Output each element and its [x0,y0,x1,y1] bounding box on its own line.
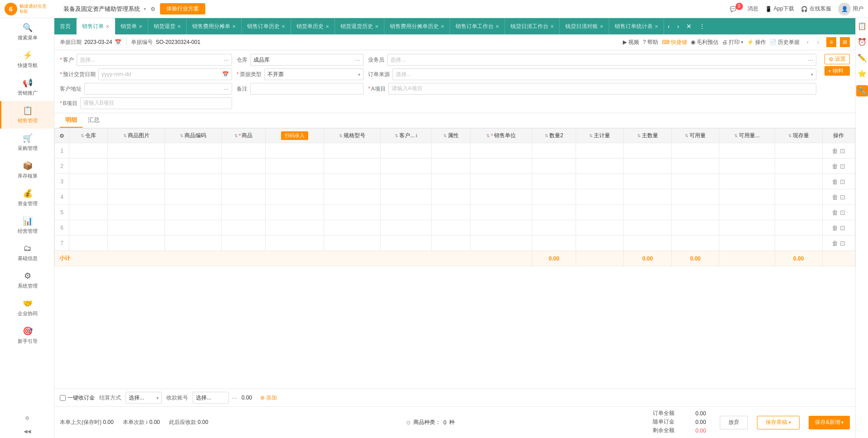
sidebar-settings-btn[interactable]: ⚙ [0,412,54,425]
tab-sales-stat[interactable]: 销售订单统计表 ✕ [609,18,664,34]
account-more-btn[interactable]: ··· [232,394,237,401]
grid-view-btn[interactable]: ≡ [826,37,836,47]
print-btn[interactable]: 🖨 打印 ▾ [722,39,743,46]
tab-sales-order-history[interactable]: 销售订单历史 ✕ [242,18,291,34]
salesperson-input[interactable]: 选择... ··· [387,54,816,66]
tab-cash-daily[interactable]: 钱贷日清工作台 ✕ [505,18,560,34]
customer-more-btn[interactable]: ··· [223,56,229,63]
tab-home[interactable]: 首页 [54,18,77,34]
scan-btn[interactable]: 扫码录入 [281,131,308,140]
sidebar-collapse-btn[interactable]: ◀◀ [0,425,54,438]
app-download[interactable]: 📱 App下载 [765,5,794,13]
th-settings[interactable]: ⚙ [55,129,69,143]
tab-close-return-history[interactable]: ✕ [325,24,329,29]
tab-sales-return[interactable]: 销货单 ✕ [115,18,148,34]
tab-close-sales-stat[interactable]: ✕ [655,24,658,29]
shortcut-btn[interactable]: ⌨ 快捷键 [662,39,687,46]
add-material-btn[interactable]: + 物料 [824,66,850,76]
tab-close-order-history[interactable]: ✕ [281,24,285,29]
tab-cash-reconcile[interactable]: 钱贷日清对账 ✕ [560,18,609,34]
right-panel-edit-icon[interactable]: ✏️ [858,53,867,62]
one-click-deposit-checkbox[interactable] [60,395,66,401]
right-panel-clock-icon[interactable]: ⏰ [858,38,867,46]
tab-close-sales-return2[interactable]: ✕ [177,24,181,29]
sidebar-item-sales[interactable]: 📋 销售管理 [0,101,54,129]
online-service[interactable]: 🎧 在线客服 [801,5,831,13]
system-dropdown-icon[interactable]: ▾ [144,6,146,11]
order-source-input[interactable]: 选择... ▾ [393,68,816,80]
notification-area[interactable]: 💬 9 消息 [730,5,758,13]
sidebar-item-guide[interactable]: 🎯 新手引导 [0,322,54,349]
tab-sales-return2-history[interactable]: 销货退货历史 ✕ [335,18,384,34]
help-btn[interactable]: ? 帮助 [643,39,658,46]
row-delete-btn[interactable]: 🗑 [832,147,838,154]
tab-sales-return2[interactable]: 销货退货 ✕ [148,18,187,34]
tab-close-sales-fee[interactable]: ✕ [232,24,236,29]
table-view-btn[interactable]: ⊞ [840,37,850,47]
discard-btn[interactable]: 放弃 [720,416,748,429]
row-delete-btn[interactable]: 🗑 [832,224,838,231]
operation-btn[interactable]: ⚡ 操作 [747,39,766,46]
sidebar-item-operations[interactable]: 📊 经营管理 [0,212,54,239]
customer-input[interactable]: 选择... ··· [77,54,232,66]
row-delete-btn[interactable]: 🗑 [832,193,838,201]
right-panel-clipboard-icon[interactable]: 📋 [858,22,867,30]
sidebar-item-basic-info[interactable]: 🗂 基础信息 [0,239,54,266]
addr-more-btn[interactable]: ··· [223,85,229,92]
tab-more-btn[interactable]: ⋮ [695,18,709,34]
add-deposit-btn[interactable]: ⊕ 添加 [257,393,281,403]
delivery-date-input[interactable]: yyyy-mm-dd 📅 [98,68,232,80]
sidebar-item-purchase[interactable]: 🛒 采购管理 [0,129,54,156]
project-b-input[interactable]: 请输入B项目 [80,97,232,109]
tab-close-sales-order[interactable]: ✕ [106,24,109,29]
sidebar-item-system[interactable]: ⚙ 系统管理 [0,266,54,294]
row-copy-btn[interactable]: ⊡ [840,224,845,231]
payment-method-select[interactable]: 选择... ▾ [126,392,162,404]
row-copy-btn[interactable]: ⊡ [840,240,845,247]
right-panel-star-icon[interactable]: ⭐ [858,69,867,78]
user-area[interactable]: 👤 用户 [838,3,863,15]
table-settings-icon[interactable]: ⚙ [59,133,64,139]
tab-close-cash-reconcile[interactable]: ✕ [600,24,603,29]
sidebar-item-inventory[interactable]: 📦 库存核算 [0,156,54,184]
sidebar-item-quick-nav[interactable]: ⚡ 快捷导航 [0,46,54,73]
tab-sales-fee[interactable]: 销售费用分摊单 ✕ [187,18,242,34]
tab-close-cash-daily[interactable]: ✕ [550,24,554,29]
tab-close-workbench[interactable]: ✕ [495,24,499,29]
calendar-icon[interactable]: 📅 [115,39,121,45]
row-delete-btn[interactable]: 🗑 [832,163,838,170]
tab-next-btn[interactable]: › [674,18,683,34]
row-copy-btn[interactable]: ⊡ [840,209,845,216]
history-btn[interactable]: 📄 历史单据 [770,39,800,46]
setup-btn[interactable]: ⚙ 设置 [824,54,850,64]
tab-detail[interactable]: 明细 [60,113,82,128]
sidebar-item-search[interactable]: 🔍 搜索菜单 [0,18,54,46]
remark-input[interactable] [250,83,364,95]
account-select[interactable]: 选择... [193,392,229,404]
row-copy-btn[interactable]: ⊡ [840,163,845,170]
sidebar-item-marketing[interactable]: 📢 营销推广 [0,73,54,101]
tab-sales-order-workbench[interactable]: 销售订单工作台 ✕ [450,18,505,34]
view-video-btn[interactable]: ▶ 视频 [623,39,639,46]
tab-prev-btn[interactable]: ‹ [664,18,674,34]
sidebar-item-enterprise[interactable]: 🤝 企业协同 [0,294,54,322]
salesperson-more-btn[interactable]: ··· [808,56,813,63]
tab-close-sales-return[interactable]: ✕ [139,24,142,29]
tab-sales-return-history[interactable]: 销货单历史 ✕ [291,18,335,34]
settings-icon[interactable]: ⚙ [150,6,155,12]
save-draft-btn[interactable]: 保存草稿 ▾ [757,416,800,429]
invoice-type-select[interactable]: 不开票 ▾ [264,68,364,80]
tab-close-all-btn[interactable]: ✕ [683,18,695,34]
sidebar-item-finance[interactable]: 💰 资金管理 [0,184,54,212]
history-next-btn[interactable]: › [814,39,823,45]
table-container[interactable]: ⚙ ⇅仓库 ⇅商品图片 ⇅商品编码 ⇅*商品 [54,128,855,389]
row-copy-btn[interactable]: ⊡ [840,193,845,201]
row-delete-btn[interactable]: 🗑 [832,178,838,185]
right-panel-tool-icon[interactable]: 🔧 [856,85,868,96]
project-a-input[interactable]: 请输入A项目 [388,83,816,95]
row-delete-btn[interactable]: 🗑 [832,240,838,247]
industry-btn[interactable]: 体验行业方案 [160,3,205,14]
tab-sales-fee-history[interactable]: 销售费用分摊单历史 ✕ [384,18,450,34]
customer-addr-input[interactable]: ··· [84,83,232,95]
tab-sales-order[interactable]: 销售订单 ✕ [77,18,115,34]
